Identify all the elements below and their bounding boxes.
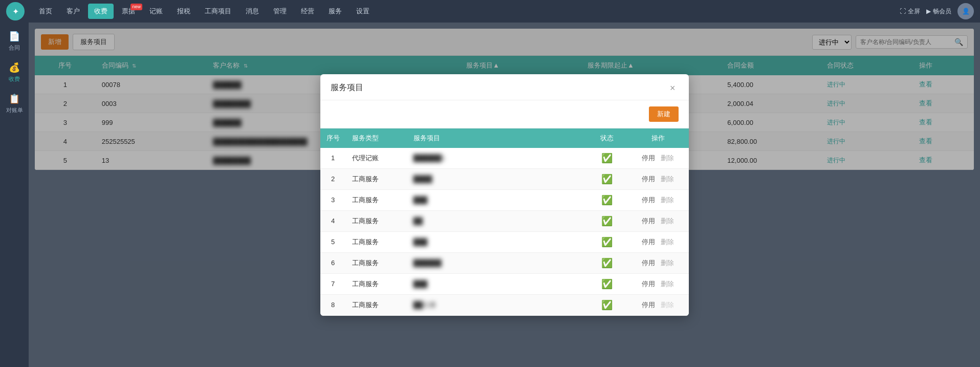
modal-cell-actions: 停用 删除 <box>627 231 689 252</box>
avatar-icon: 👤 <box>962 8 970 15</box>
nav-item-message[interactable]: 消息 <box>239 4 265 19</box>
modal-col-seq: 序号 <box>320 128 346 148</box>
modal-cell-item: ███ <box>407 273 586 294</box>
modal-table-row: 8 工商服务 ██注册 ✅ 停用 删除 <box>320 294 689 315</box>
modal-cell-status: ✅ <box>586 168 627 189</box>
nav-items: 首页 客户 收费 票据 new 记账 报税 工商项目 消息 管理 经营 服务 设… <box>33 4 900 19</box>
service-items-table: 序号 服务类型 服务项目 状态 操作 1 代理记账 ██████1 ✅ <box>320 128 689 316</box>
contract-icon: 📄 <box>9 31 20 42</box>
status-check-icon: ✅ <box>601 195 613 205</box>
modal-cell-item: ███ <box>407 231 586 252</box>
nav-item-management[interactable]: 管理 <box>267 4 293 19</box>
modal-cell-type: 工商服务 <box>346 294 407 315</box>
top-nav: ✦ 首页 客户 收费 票据 new 记账 报税 工商项目 消息 管理 经营 服务… <box>0 0 980 23</box>
modal-cell-actions: 停用 删除 <box>627 252 689 273</box>
stop-button[interactable]: 停用 <box>642 196 655 204</box>
delete-button[interactable]: 删除 <box>661 175 674 183</box>
modal-close-button[interactable]: × <box>667 82 679 94</box>
sidebar: 📄 合同 💰 收费 📋 对账单 <box>0 23 29 367</box>
modal-cell-item: ██████ <box>407 252 586 273</box>
nav-item-service[interactable]: 服务 <box>322 4 348 19</box>
modal-col-item: 服务项目 <box>407 128 586 148</box>
modal-cell-actions: 停用 删除 <box>627 273 689 294</box>
service-modal: 服务项目 × 新建 序号 服务类型 服务项目 <box>320 74 689 316</box>
modal-table-row: 7 工商服务 ███ ✅ 停用 删除 <box>320 273 689 294</box>
sidebar-label-fee: 收费 <box>9 75 20 83</box>
fullscreen-button[interactable]: ⛶ 全屏 <box>900 7 920 16</box>
nav-item-operation[interactable]: 经营 <box>295 4 320 19</box>
fullscreen-icon: ⛶ <box>900 8 906 15</box>
modal-cell-item: ████ <box>407 168 586 189</box>
main-content: 新增 服务项目 进行中 已结束 全部 🔍 <box>29 23 980 367</box>
member-button[interactable]: ▶ 畅会员 <box>926 7 951 16</box>
modal-col-type: 服务类型 <box>346 128 407 148</box>
nav-item-invoice-wrapper: 票据 new <box>116 4 141 19</box>
delete-button[interactable]: 删除 <box>661 238 674 246</box>
stop-button[interactable]: 停用 <box>642 301 655 309</box>
sidebar-label-reconcile: 对账单 <box>6 106 23 114</box>
nav-item-home[interactable]: 首页 <box>33 4 58 19</box>
delete-button[interactable]: 删除 <box>661 196 674 204</box>
sidebar-item-fee[interactable]: 💰 收费 <box>0 58 29 87</box>
modal-cell-item: ██注册 <box>407 294 586 315</box>
modal-cell-seq: 5 <box>320 231 346 252</box>
nav-item-customer[interactable]: 客户 <box>60 4 86 19</box>
reconcile-icon: 📋 <box>9 93 20 104</box>
nav-item-tax[interactable]: 报税 <box>171 4 197 19</box>
modal-cell-actions: 停用 删除 <box>627 168 689 189</box>
modal-cell-status: ✅ <box>586 189 627 210</box>
modal-cell-seq: 1 <box>320 148 346 169</box>
stop-button[interactable]: 停用 <box>642 238 655 246</box>
nav-item-fee[interactable]: 收费 <box>88 4 114 19</box>
modal-cell-item: ██████1 <box>407 148 586 169</box>
modal-cell-actions: 停用 删除 <box>627 294 689 315</box>
stop-button[interactable]: 停用 <box>642 217 655 225</box>
sidebar-label-contract: 合同 <box>9 44 20 52</box>
avatar[interactable]: 👤 <box>957 3 974 19</box>
modal-col-status: 状态 <box>586 128 627 148</box>
delete-button[interactable]: 删除 <box>661 217 674 225</box>
nav-item-settings[interactable]: 设置 <box>350 4 376 19</box>
modal-table-row: 3 工商服务 ███ ✅ 停用 删除 <box>320 189 689 210</box>
modal-body: 序号 服务类型 服务项目 状态 操作 1 代理记账 ██████1 ✅ <box>320 128 689 316</box>
member-icon: ▶ <box>926 8 931 15</box>
modal-header: 服务项目 × <box>320 74 689 100</box>
stop-button[interactable]: 停用 <box>642 154 655 162</box>
delete-button[interactable]: 删除 <box>661 280 674 288</box>
modal-cell-seq: 2 <box>320 168 346 189</box>
stop-button[interactable]: 停用 <box>642 280 655 288</box>
nav-item-industrial[interactable]: 工商项目 <box>199 4 237 19</box>
modal-cell-actions: 停用 删除 <box>627 189 689 210</box>
modal-cell-item: ███ <box>407 189 586 210</box>
modal-new-button[interactable]: 新建 <box>649 106 679 122</box>
status-check-icon: ✅ <box>601 300 613 310</box>
status-check-icon: ✅ <box>601 174 613 184</box>
modal-cell-status: ✅ <box>586 294 627 315</box>
stop-button[interactable]: 停用 <box>642 259 655 267</box>
layout: 📄 合同 💰 收费 📋 对账单 新增 服务项目 进行中 已结束 全部 <box>0 23 980 367</box>
nav-right: ⛶ 全屏 ▶ 畅会员 👤 <box>900 3 974 19</box>
fee-icon: 💰 <box>9 62 20 73</box>
nav-item-bookkeeping[interactable]: 记账 <box>143 4 169 19</box>
fullscreen-label: 全屏 <box>908 7 920 16</box>
modal-cell-status: ✅ <box>586 252 627 273</box>
modal-overlay[interactable]: 服务项目 × 新建 序号 服务类型 服务项目 <box>29 23 980 367</box>
modal-cell-seq: 4 <box>320 210 346 231</box>
invoice-badge: new <box>130 4 142 10</box>
delete-button[interactable]: 删除 <box>661 154 674 162</box>
delete-button[interactable]: 删除 <box>661 259 674 267</box>
modal-title: 服务项目 <box>331 82 363 93</box>
modal-cell-seq: 7 <box>320 273 346 294</box>
modal-cell-status: ✅ <box>586 231 627 252</box>
delete-button[interactable]: 删除 <box>661 301 674 309</box>
status-check-icon: ✅ <box>601 258 613 268</box>
stop-button[interactable]: 停用 <box>642 175 655 183</box>
modal-body-wrapper: 序号 服务类型 服务项目 状态 操作 1 代理记账 ██████1 ✅ <box>320 128 689 316</box>
modal-cell-status: ✅ <box>586 210 627 231</box>
status-check-icon: ✅ <box>601 216 613 226</box>
sidebar-item-reconcile[interactable]: 📋 对账单 <box>0 89 29 118</box>
sidebar-item-contract[interactable]: 📄 合同 <box>0 27 29 56</box>
member-label: 畅会员 <box>933 7 951 16</box>
modal-table-row: 6 工商服务 ██████ ✅ 停用 删除 <box>320 252 689 273</box>
modal-cell-type: 工商服务 <box>346 168 407 189</box>
